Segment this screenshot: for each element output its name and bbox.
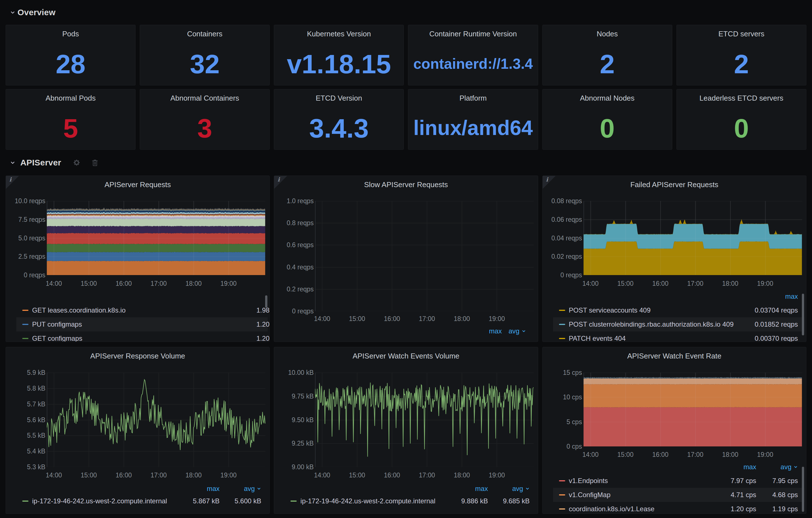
legend-header: maxavg [16,483,268,494]
legend-series-label[interactable]: coordination.k8s.io/v1.Lease [569,505,711,513]
x-axis-label: 18:00 [715,451,746,458]
legend-series-label[interactable]: v1.Endpoints [569,477,711,485]
legend-scrollbar[interactable] [802,467,804,512]
info-corner[interactable] [274,176,287,189]
stat-panel-title[interactable]: Platform [419,94,526,103]
chart-title[interactable]: APIServer Watch Event Rate [554,352,795,361]
plot-slow[interactable] [315,201,533,311]
legend-sort-label: max [489,327,502,335]
legend-sort-label: max [785,292,798,300]
stat-value: v1.18.15 [277,47,401,82]
legend-series-label[interactable]: POST serviceaccounts 409 [569,306,753,314]
stat-panel-title[interactable]: Abnormal Nodes [554,94,661,103]
legend-row[interactable]: v1.Endpoints7.97 cps7.95 cps [553,474,804,488]
x-axis-label: 16:00 [376,471,407,479]
chart-title[interactable]: APIServer Response Volume [17,352,258,361]
legend-sort-max[interactable]: max [443,485,488,493]
legend-value: 1.200 [256,335,270,342]
legend-row[interactable]: ip-172-19-46-242.us-west-2.compute.inter… [16,494,268,508]
legend-series-dash-icon [559,310,565,311]
legend-value: 0.03704 reqps [753,306,798,314]
legend-row[interactable]: v1.ConfigMap4.71 cps4.68 cps [553,488,804,502]
stat-panel-title[interactable]: Containers [151,30,258,38]
legend-series-dash-icon [559,494,565,495]
stat-panel-title[interactable]: Kubernetes Version [285,30,392,38]
legend-sort-max[interactable]: max [753,292,798,300]
legend-scrollbar[interactable] [265,295,267,308]
stat-panel-title[interactable]: Nodes [554,30,661,38]
chart-panel-slow-apiserver-requests: iSlow APIServer Requests1.0 reqps0.8 req… [274,176,538,342]
y-axis-label: 1.0 reqps [274,197,314,205]
stat-panel-title[interactable]: Pods [17,30,124,38]
plot-failed[interactable] [583,201,802,275]
legend-row[interactable]: POST serviceaccounts 4090.03704 reqps [553,303,804,317]
legend-sort-label: max [475,485,488,492]
info-corner[interactable] [543,176,556,189]
legend-series-label[interactable]: v1.ConfigMap [569,491,711,499]
legend-series-label[interactable]: PUT configmaps [32,320,261,328]
chart-row-2: APIServer Response Volume5.9 kB5.8 kB5.7… [6,347,806,514]
legend-sort-max[interactable]: max [489,327,502,335]
legend-row[interactable]: GET configmaps1.200 [16,332,268,342]
legend-sort-avg[interactable]: avg [220,485,261,493]
plot-watchrate[interactable] [583,373,802,447]
legend-series-label[interactable]: POST clusterrolebindings.rbac.authorizat… [569,320,753,328]
stat-panel-title[interactable]: Leaderless ETCD servers [688,94,795,103]
chart-title[interactable]: Slow APIServer Requests [285,180,526,189]
plot-requests[interactable] [47,201,265,275]
y-axis-label: 2.5 reqps [6,253,46,260]
legend-sort-max[interactable]: max [711,463,756,471]
legend-sort-avg[interactable]: avg [756,463,798,471]
y-axis-label: 5.3 kB [6,463,46,471]
section-header-apiserver[interactable]: APIServer [6,150,806,176]
info-corner[interactable] [6,176,19,189]
legend-series-label[interactable]: GET leases.coordination.k8s.io [32,306,261,314]
plot-response[interactable] [47,373,265,467]
y-axis-label: 10.0 reqps [6,197,46,205]
legend-series-label[interactable]: ip-172-19-46-242.us-west-2.compute.inter… [32,497,174,505]
stat-panel-title[interactable]: Abnormal Pods [17,94,124,103]
trash-icon[interactable] [92,159,98,167]
legend-row[interactable]: ip-172-19-46-242.us-west-2.compute.inter… [285,494,536,508]
stat-panel-title[interactable]: Container Runtime Version [419,30,526,38]
legend-scrollbar[interactable] [802,294,804,335]
legend-series-label[interactable]: GET configmaps [32,335,261,342]
stat-panel-title[interactable]: Abnormal Containers [151,94,258,103]
legend-sort-max[interactable]: max [174,485,220,493]
y-axis-label: 0 reqps [6,271,46,279]
section-header-overview[interactable]: Overview [6,0,806,25]
legend-value: 7.95 cps [756,477,798,485]
chevron-down-icon [9,160,16,166]
chart-title[interactable]: APIServer Watch Events Volume [285,352,526,361]
y-axis-label: 5 cps [543,418,582,426]
legend-series-label[interactable]: PATCH events 404 [569,335,753,342]
stat-value: 3.4.3 [277,111,401,146]
y-axis-label: 0.02 reqps [543,253,582,260]
x-axis-label: 16:00 [645,451,676,458]
series-band [47,226,265,234]
legend-sort-avg[interactable]: avg [509,327,526,335]
y-axis-label: 0.6 reqps [274,241,314,249]
gear-icon[interactable] [73,159,80,166]
stat-value: 28 [9,47,133,82]
chart-title[interactable]: Failed APIServer Requests [554,180,795,189]
plot-watchvol[interactable] [315,373,533,467]
legend-value: 0.00370 reqps [753,335,798,342]
legend-row[interactable]: PATCH events 4040.00370 reqps [553,332,804,342]
y-axis-label: 5.6 kB [6,416,46,424]
stat-panel-title[interactable]: ETCD Version [285,94,392,103]
chart-title[interactable]: APIServer Requests [17,180,258,189]
stat-value: linux/amd64 [411,111,535,146]
legend-series-label[interactable]: ip-172-19-46-242.us-west-2.compute.inter… [300,497,443,505]
legend-row[interactable]: POST clusterrolebindings.rbac.authorizat… [553,317,804,332]
legend-series-dash-icon [22,324,28,325]
legend-row[interactable]: GET leases.coordination.k8s.io1.985 [16,303,268,317]
y-axis-label: 5.0 reqps [6,234,46,242]
stat-panel-title[interactable]: ETCD servers [688,30,795,38]
legend-row[interactable]: PUT configmaps1.200 [16,317,268,332]
x-axis-label: 16:00 [645,280,676,287]
y-axis-label: 0 reqps [274,308,314,315]
legend-sort-avg[interactable]: avg [488,485,530,493]
legend-row[interactable]: coordination.k8s.io/v1.Lease1.20 cps1.19… [553,502,804,514]
x-axis-label: 14:00 [575,451,606,458]
